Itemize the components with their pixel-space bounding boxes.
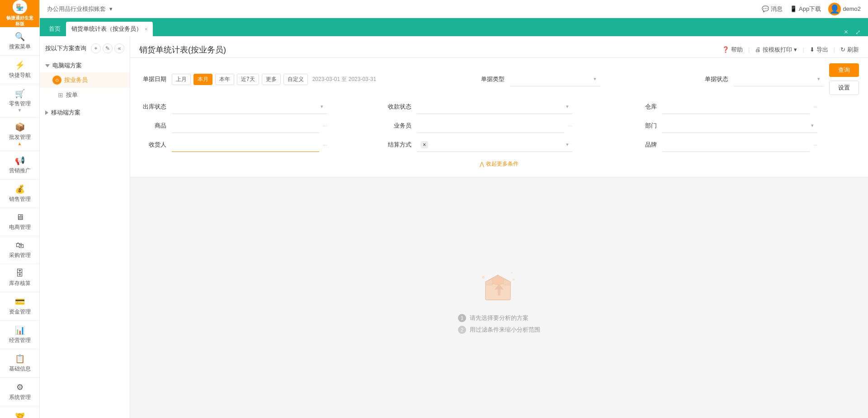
print-dropdown-icon: ▾ xyxy=(794,46,797,53)
goods-input[interactable] xyxy=(172,119,319,133)
edit-scheme-btn[interactable]: ✎ xyxy=(103,43,113,53)
print-icon: 🖨 xyxy=(755,46,761,53)
brand-more-icon[interactable]: ··· xyxy=(813,142,817,147)
home-tab-label: 首页 xyxy=(49,25,61,33)
scheme-group-mobile-header[interactable]: 移动端方案 xyxy=(40,106,130,119)
receiver-label: 收货人 xyxy=(139,141,166,149)
payment-select[interactable]: × ▾ xyxy=(417,138,572,152)
staff-input[interactable] xyxy=(417,119,564,133)
sidebar-item-search[interactable]: 🔍 搜索菜单 xyxy=(0,27,39,56)
collapse-icon: « xyxy=(118,45,121,52)
empty-state-illustration xyxy=(476,261,522,307)
out-status-label: 出库状态 xyxy=(139,103,166,111)
app-download-btn[interactable]: 📱 App下载 xyxy=(790,5,821,13)
date-btn-more[interactable]: 更多 xyxy=(262,74,281,85)
sidebar-item-sales[interactable]: 💰 销售管理 xyxy=(0,180,39,208)
sidebar-item-label-operations: 经营管理 xyxy=(9,337,31,344)
dept-select[interactable]: ▾ xyxy=(662,119,817,133)
collapse-label: 收起更多条件 xyxy=(486,160,519,168)
sidebar-item-quicknav[interactable]: ⚡ 快捷导航 xyxy=(0,56,39,84)
warehouse-input[interactable] xyxy=(662,100,810,114)
top-header: 办公用品行业模拟账套 ▾ 💬 消息 📱 App下载 👤 demo2 xyxy=(40,0,868,18)
help-btn[interactable]: ❓ 帮助 xyxy=(722,46,743,54)
warehouse-col: ··· xyxy=(662,100,817,114)
sidebar-item-label-system: 系统管理 xyxy=(9,394,31,401)
sidebar-item-wholesale[interactable]: 📦 批发管理 ▲ xyxy=(0,118,39,151)
logo-sub: 标版 xyxy=(15,21,24,27)
tab-bar: 首页 销货单统计表（按业务员） × × ⤢ xyxy=(40,18,868,36)
warehouse-more-icon[interactable]: ··· xyxy=(813,104,817,109)
sub-icon-order: ⊞ xyxy=(58,91,63,99)
receiver-col: ··· xyxy=(172,138,327,152)
group-collapse-icon xyxy=(45,110,48,115)
date-btn-7days[interactable]: 近7天 xyxy=(237,74,259,85)
tab-home[interactable]: 首页 xyxy=(43,22,66,36)
brand-col: ··· xyxy=(662,138,817,152)
payment-label: 结算方式 xyxy=(384,141,411,149)
collapse-bar[interactable]: ⋀ 收起更多条件 xyxy=(139,157,859,171)
active-tab-label: 销货单统计表（按业务员） xyxy=(71,25,142,33)
add-scheme-btn[interactable]: + xyxy=(91,43,101,53)
sidebar-item-retail[interactable]: 🛒 零售管理 ▼ xyxy=(0,84,39,118)
pay-status-label: 收款状态 xyxy=(384,103,411,111)
print-btn[interactable]: 🖨 按模板打印 ▾ xyxy=(755,46,797,54)
svg-point-7 xyxy=(511,272,513,274)
out-status-col: ▾ xyxy=(172,100,327,114)
query-btn[interactable]: 查询 xyxy=(829,63,859,77)
sidebar-item-system[interactable]: ⚙ 系统管理 xyxy=(0,378,39,406)
empty-state: 1 请先选择要分析的方案 2 用过滤条件来缩小分析范围 xyxy=(458,261,540,334)
sidebar-item-operations[interactable]: 📊 经营管理 xyxy=(0,321,39,349)
scheme-item-by-staff[interactable]: ⊙ 按业务员 xyxy=(40,72,130,88)
date-btn-custom[interactable]: 自定义 xyxy=(283,74,308,85)
divider-b: | xyxy=(802,46,804,53)
print-label: 按模板打印 xyxy=(763,46,792,54)
step-num-1: 1 xyxy=(458,314,466,322)
retail-arrow: ▼ xyxy=(18,108,22,113)
payment-clear-btn[interactable]: × xyxy=(420,141,428,148)
sidebar-item-finance[interactable]: 💳 资金管理 xyxy=(0,292,39,321)
receiver-more-icon[interactable]: ··· xyxy=(323,142,327,147)
date-btn-this-year[interactable]: 本年 xyxy=(215,74,234,85)
svg-marker-3 xyxy=(504,279,510,285)
sidebar-item-basic[interactable]: 📋 基础信息 xyxy=(0,349,39,378)
tab-close-all-icon[interactable]: × xyxy=(840,28,852,36)
sidebar-item-purchase[interactable]: 🛍 采购管理 xyxy=(0,236,39,264)
sidebar-item-ecommerce[interactable]: 🖥 电商管理 xyxy=(0,208,39,236)
sidebar-item-inventory[interactable]: 🗄 库存核算 xyxy=(0,264,39,292)
date-btn-this-month[interactable]: 本月 xyxy=(193,74,212,85)
out-status-select[interactable]: ▾ xyxy=(172,100,327,114)
scheme-group-desktop-header[interactable]: 电脑端方案 xyxy=(40,59,130,72)
settings-btn[interactable]: 设置 xyxy=(829,81,859,95)
collapse-panel-btn[interactable]: « xyxy=(114,43,124,53)
scheme-item-by-order[interactable]: ⊞ 按单 xyxy=(40,88,130,102)
doc-status-chevron: ▾ xyxy=(817,76,820,82)
tab-maximize-icon[interactable]: ⤢ xyxy=(852,28,864,36)
dept-col: ▾ xyxy=(662,119,817,133)
warehouse-label: 仓库 xyxy=(630,103,657,111)
goods-more-icon[interactable]: ··· xyxy=(323,123,327,128)
user-menu[interactable]: 👤 demo2 xyxy=(828,3,861,15)
pay-status-select[interactable]: ▾ xyxy=(417,100,572,114)
sidebar-item-marketing[interactable]: 📢 营销推广 xyxy=(0,151,39,180)
scheme-group-mobile: 移动端方案 xyxy=(40,104,130,121)
staff-more-icon[interactable]: ··· xyxy=(568,123,572,128)
doc-status-select[interactable]: ▾ xyxy=(734,72,824,86)
message-btn[interactable]: 💬 消息 xyxy=(762,5,783,13)
tab-close-icon[interactable]: × xyxy=(145,26,147,32)
dept-label: 部门 xyxy=(630,122,657,130)
divider-a: | xyxy=(748,46,750,53)
right-content: 销货单统计表(按业务员) ❓ 帮助 | 🖨 按模板打印 ▾ | ⬇ xyxy=(130,36,868,418)
doc-type-select[interactable]: ▾ xyxy=(510,72,600,86)
brand-input[interactable] xyxy=(662,138,810,152)
date-btn-last-month[interactable]: 上月 xyxy=(172,74,191,85)
sidebar-item-enterprise[interactable]: 🤝 企业协同 xyxy=(0,406,39,418)
receiver-input[interactable] xyxy=(172,138,319,152)
refresh-btn[interactable]: ↻ 刷新 xyxy=(840,46,859,54)
workspace-selector[interactable]: 办公用品行业模拟账套 ▾ xyxy=(47,5,113,13)
empty-steps: 1 请先选择要分析的方案 2 用过滤条件来缩小分析范围 xyxy=(458,314,540,334)
sidebar-item-label-finance: 资金管理 xyxy=(9,308,31,316)
tab-active[interactable]: 销货单统计表（按业务员） × xyxy=(66,22,153,36)
export-btn[interactable]: ⬇ 导出 xyxy=(810,46,828,54)
logo-icon: 🏪 xyxy=(13,0,27,14)
goods-col: ··· xyxy=(172,119,327,133)
